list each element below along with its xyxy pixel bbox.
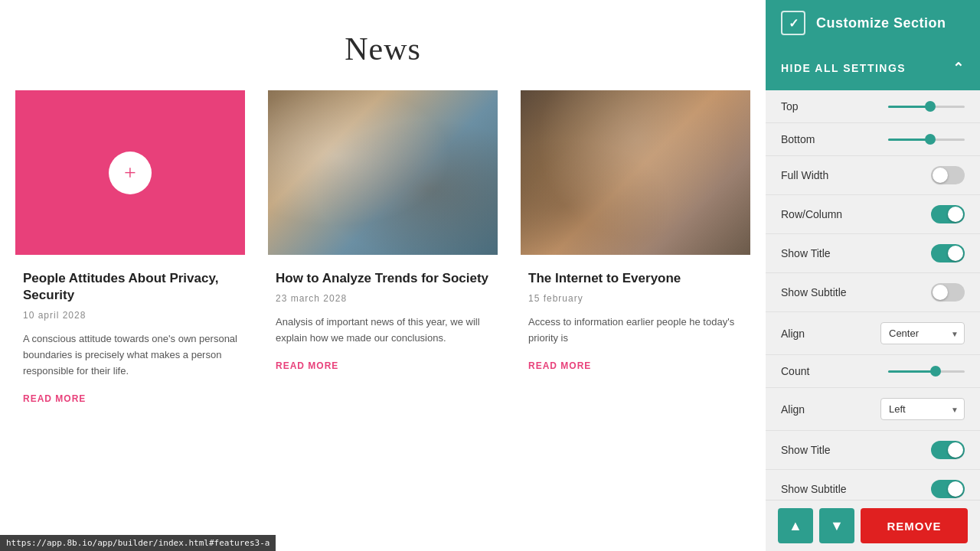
setting-show-subtitle-1: Show Subtitle: [766, 273, 980, 312]
show-subtitle-1-toggle-knob: [933, 285, 948, 300]
hide-all-label: HIDE ALL SETTINGS: [781, 62, 906, 74]
align-2-dropdown[interactable]: Left Center Right: [880, 398, 965, 420]
setting-row-column-label: Row/Column: [781, 208, 842, 220]
card-3: The Internet to Everyone 15 february Acc…: [521, 90, 750, 412]
setting-show-title-1-label: Show Title: [781, 247, 831, 259]
show-title-1-toggle-knob: [948, 246, 963, 261]
card-1-date: 10 april 2028: [23, 310, 237, 321]
bottom-slider-track: [888, 139, 965, 141]
card-2-photo: [268, 90, 498, 255]
show-subtitle-2-toggle-knob: [948, 481, 963, 497]
card-3-photo: [521, 90, 750, 255]
card-1-text: A conscious attitude towards one's own p…: [23, 331, 237, 379]
setting-align-1-label: Align: [781, 328, 805, 340]
top-slider-fill: [888, 106, 930, 108]
move-up-button[interactable]: ▲: [778, 508, 813, 543]
chevron-up-icon: ⌃: [952, 60, 965, 77]
row-column-toggle-knob: [948, 207, 963, 222]
count-slider-fill: [888, 370, 936, 373]
setting-align-1: Align Center Left Right ▼: [766, 312, 980, 355]
action-bar: ▲ ▼ REMOVE: [766, 500, 980, 551]
cards-container: + People Attitudes About Privacy, Securi…: [0, 90, 766, 412]
card-2-body: How to Analyze Trends for Society 23 mar…: [268, 255, 498, 379]
setting-show-title-1: Show Title: [766, 234, 980, 273]
show-title-2-toggle[interactable]: [931, 441, 965, 459]
align-2-dropdown-wrapper: Left Center Right ▼: [880, 398, 965, 420]
card-1: + People Attitudes About Privacy, Securi…: [15, 90, 245, 412]
setting-align-2-label: Align: [781, 403, 805, 416]
show-subtitle-2-toggle[interactable]: [931, 480, 965, 498]
down-arrow-icon: ▼: [830, 518, 844, 534]
card-1-read-more[interactable]: READ MORE: [23, 393, 237, 404]
card-3-image: [521, 90, 750, 255]
setting-show-title-2-label: Show Title: [781, 444, 831, 456]
card-1-body: People Attitudes About Privacy, Security…: [15, 255, 245, 412]
card-2-title: How to Analyze Trends for Society: [276, 270, 490, 287]
setting-full-width-label: Full Width: [781, 169, 828, 181]
page-title: News: [0, 0, 766, 90]
setting-show-subtitle-2-label: Show Subtitle: [781, 483, 847, 495]
count-slider-track: [888, 370, 965, 373]
move-down-button[interactable]: ▼: [819, 508, 854, 543]
url-bar: https://app.8b.io/app/builder/index.html…: [0, 535, 276, 551]
setting-bottom-label: Bottom: [781, 133, 815, 145]
full-width-toggle[interactable]: [931, 166, 965, 184]
remove-button[interactable]: REMOVE: [861, 508, 968, 543]
align-1-dropdown-wrapper: Center Left Right ▼: [880, 322, 965, 344]
count-slider[interactable]: [888, 370, 965, 373]
card-2-read-more[interactable]: READ MORE: [276, 360, 490, 371]
card-1-image: +: [15, 90, 245, 255]
setting-align-2: Align Left Center Right ▼: [766, 388, 980, 431]
show-subtitle-1-toggle[interactable]: [931, 283, 965, 302]
show-title-2-toggle-knob: [948, 442, 963, 458]
check-symbol: ✓: [789, 16, 799, 31]
settings-header: ✓ Customize Section: [766, 0, 980, 46]
setting-show-subtitle-1-label: Show Subtitle: [781, 286, 847, 298]
card-1-title: People Attitudes About Privacy, Security: [23, 270, 237, 304]
setting-count-label: Count: [781, 365, 809, 377]
card-3-body: The Internet to Everyone 15 february Acc…: [521, 255, 750, 379]
bottom-slider[interactable]: [888, 139, 965, 141]
setting-row-column: Row/Column: [766, 195, 980, 234]
main-content: News + People Attitudes About Privacy, S…: [0, 0, 766, 551]
setting-bottom: Bottom: [766, 123, 980, 156]
setting-count: Count: [766, 355, 980, 388]
top-slider-thumb[interactable]: [925, 101, 936, 112]
card-3-title: The Internet to Everyone: [528, 270, 743, 287]
settings-body: Top Bottom Full Width: [766, 90, 980, 500]
align-1-dropdown[interactable]: Center Left Right: [880, 322, 965, 344]
full-width-toggle-knob: [933, 168, 948, 183]
top-slider-track: [888, 106, 965, 108]
setting-top-label: Top: [781, 100, 799, 112]
card-2-image: [268, 90, 498, 255]
add-button[interactable]: +: [109, 152, 152, 194]
setting-show-subtitle-2: Show Subtitle: [766, 470, 980, 500]
show-title-1-toggle[interactable]: [931, 244, 965, 262]
setting-full-width: Full Width: [766, 156, 980, 195]
bottom-slider-thumb[interactable]: [925, 134, 936, 145]
card-3-read-more[interactable]: READ MORE: [528, 360, 743, 371]
row-column-toggle[interactable]: [931, 205, 965, 223]
settings-title: Customize Section: [816, 15, 946, 31]
top-slider[interactable]: [888, 106, 965, 108]
check-icon: ✓: [781, 11, 805, 35]
card-2-text: Analysis of important news of this year,…: [276, 315, 490, 347]
card-2: How to Analyze Trends for Society 23 mar…: [268, 90, 498, 412]
hide-all-button[interactable]: HIDE ALL SETTINGS ⌃: [766, 46, 980, 90]
bottom-slider-fill: [888, 139, 930, 141]
setting-show-title-2: Show Title: [766, 431, 980, 470]
up-arrow-icon: ▲: [789, 518, 802, 534]
card-3-text: Access to information earlier people he …: [528, 315, 743, 347]
count-slider-thumb[interactable]: [930, 366, 941, 377]
settings-panel: ✓ Customize Section HIDE ALL SETTINGS ⌃ …: [766, 0, 980, 551]
card-3-date: 15 february: [528, 293, 743, 304]
setting-top: Top: [766, 90, 980, 123]
card-2-date: 23 march 2028: [276, 293, 490, 304]
